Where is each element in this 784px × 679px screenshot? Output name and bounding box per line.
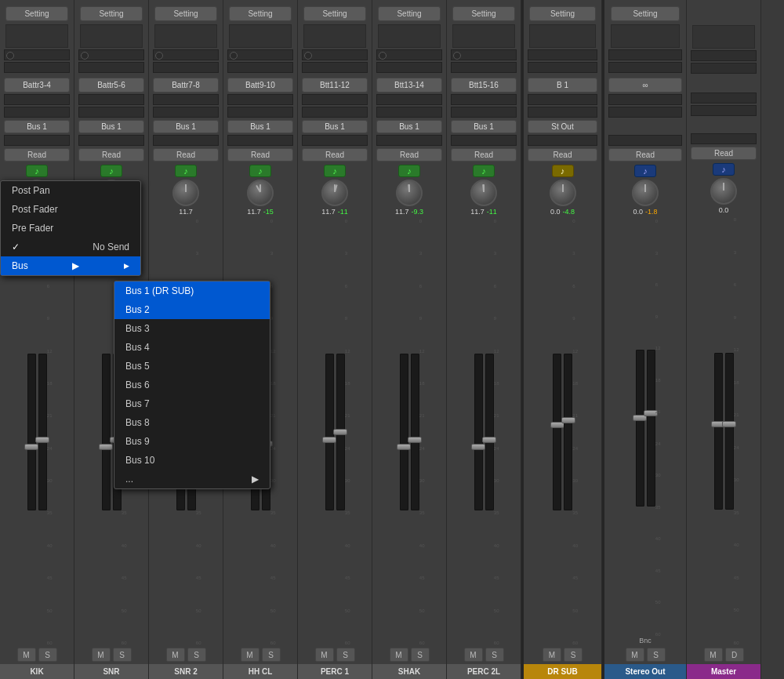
- mute-button-shak[interactable]: M: [390, 648, 408, 662]
- pan-knob[interactable]: [172, 180, 199, 206]
- bus-1-option[interactable]: Bus 1 (DR SUB): [114, 281, 270, 300]
- bus-8-option[interactable]: Bus 8: [114, 413, 270, 432]
- fader-left-perc1[interactable]: [325, 354, 334, 510]
- bus-9-option[interactable]: Bus 9: [114, 432, 270, 451]
- mute-button-stereoout[interactable]: M: [626, 648, 644, 662]
- pan-knob[interactable]: [632, 180, 659, 206]
- solo-button-snr[interactable]: S: [113, 648, 132, 662]
- solo-button-stereoout[interactable]: S: [647, 648, 666, 662]
- music-button-hhcl[interactable]: ♪: [249, 165, 271, 177]
- fader-left-shak[interactable]: [400, 354, 408, 510]
- channel-name-snr2[interactable]: Battr7-8: [153, 78, 220, 93]
- setting-button-snr2[interactable]: Setting: [154, 6, 217, 21]
- fader-right-shak[interactable]: [411, 354, 419, 510]
- setting-button-perc2l[interactable]: Setting: [452, 6, 515, 21]
- pan-knob[interactable]: [396, 180, 423, 206]
- bus-option[interactable]: Bus ▶: [1, 256, 140, 275]
- post-pan-option[interactable]: Post Pan: [1, 181, 140, 200]
- fader-right-kik[interactable]: [38, 354, 47, 510]
- fader-thumb[interactable]: [722, 421, 736, 427]
- solo-button-master[interactable]: D: [725, 648, 744, 662]
- music-button-kik[interactable]: ♪: [26, 165, 48, 177]
- fader-thumb[interactable]: [99, 444, 113, 450]
- mute-button-hhcl[interactable]: M: [241, 648, 260, 662]
- pan-knob[interactable]: [710, 178, 737, 205]
- solo-button-perc1[interactable]: S: [336, 648, 355, 662]
- music-button-perc2l[interactable]: ♪: [473, 165, 495, 177]
- solo-button-shak[interactable]: S: [411, 648, 430, 662]
- post-fader-option[interactable]: Post Fader: [1, 200, 140, 219]
- bus-label-perc2l[interactable]: Bus 1: [451, 120, 517, 133]
- fader-right-drsub[interactable]: [564, 354, 572, 510]
- fader-left-snr[interactable]: [102, 354, 111, 510]
- pan-knob[interactable]: [247, 180, 274, 206]
- fader-thumb[interactable]: [24, 444, 38, 450]
- music-button-snr[interactable]: ♪: [100, 165, 122, 177]
- read-label-perc1[interactable]: Read: [302, 148, 368, 162]
- bus-label-perc1[interactable]: Bus 1: [302, 120, 368, 133]
- read-label-snr2[interactable]: Read: [153, 148, 220, 162]
- setting-button-hhcl[interactable]: Setting: [229, 6, 292, 21]
- music-button-drsub[interactable]: ♪: [552, 165, 574, 177]
- fader-right-perc1[interactable]: [336, 354, 345, 510]
- music-button-perc1[interactable]: ♪: [324, 165, 346, 177]
- channel-name-snr[interactable]: Battr5-6: [78, 78, 145, 93]
- setting-button-stereoout[interactable]: Setting: [611, 6, 680, 21]
- read-label-drsub[interactable]: Read: [528, 148, 597, 162]
- bus-10-option[interactable]: Bus 10: [114, 451, 270, 470]
- mute-button-drsub[interactable]: M: [543, 648, 561, 662]
- bus-7-option[interactable]: Bus 7: [114, 394, 270, 413]
- bus-label-drsub[interactable]: St Out: [528, 120, 597, 133]
- read-label-master[interactable]: Read: [691, 147, 757, 160]
- solo-button-hhcl[interactable]: S: [262, 648, 281, 662]
- music-button-snr2[interactable]: ♪: [175, 165, 197, 177]
- fader-thumb[interactable]: [397, 444, 411, 450]
- bus-6-option[interactable]: Bus 6: [114, 376, 270, 394]
- bus-5-option[interactable]: Bus 5: [114, 357, 270, 376]
- fader-left-drsub[interactable]: [553, 354, 561, 510]
- fader-thumb[interactable]: [333, 429, 347, 435]
- solo-button-drsub[interactable]: S: [564, 648, 583, 662]
- setting-button-kik[interactable]: Setting: [5, 6, 68, 21]
- music-button-stereoout[interactable]: ♪: [634, 165, 656, 177]
- bus-label-shak[interactable]: Bus 1: [376, 120, 443, 133]
- no-send-option[interactable]: No Send: [1, 238, 140, 256]
- fader-right-master[interactable]: [725, 353, 734, 510]
- bus-2-option[interactable]: Bus 2: [114, 300, 270, 319]
- fader-thumb[interactable]: [482, 437, 496, 443]
- fader-right-perc2l[interactable]: [485, 354, 494, 510]
- mute-button-perc2l[interactable]: M: [464, 648, 483, 662]
- fader-thumb[interactable]: [471, 444, 485, 450]
- fader-thumb[interactable]: [322, 437, 336, 443]
- mute-button-kik[interactable]: M: [17, 648, 36, 662]
- fader-thumb[interactable]: [35, 437, 49, 443]
- music-button-master[interactable]: ♪: [713, 163, 735, 176]
- fader-thumb[interactable]: [408, 437, 422, 443]
- pre-fader-option[interactable]: Pre Fader: [1, 219, 140, 238]
- fader-thumb[interactable]: [644, 410, 658, 416]
- mute-button-master[interactable]: M: [704, 648, 723, 662]
- channel-name-shak[interactable]: Btt13-14: [376, 78, 443, 93]
- solo-button-kik[interactable]: S: [38, 648, 57, 662]
- channel-name-hhcl[interactable]: Batt9-10: [227, 78, 294, 93]
- mute-button-perc1[interactable]: M: [315, 648, 334, 662]
- fader-thumb[interactable]: [561, 417, 575, 423]
- pan-knob[interactable]: [550, 180, 576, 206]
- fader-right-stereoout[interactable]: [647, 350, 655, 507]
- solo-button-snr2[interactable]: S: [187, 648, 206, 662]
- channel-name-perc2l[interactable]: Btt15-16: [451, 78, 517, 93]
- channel-name-stereoout[interactable]: ∞: [608, 78, 682, 93]
- fader-left-perc2l[interactable]: [474, 354, 483, 510]
- read-label-stereoout[interactable]: Read: [608, 148, 682, 162]
- fader-left-stereoout[interactable]: [636, 350, 644, 507]
- bus-label-snr[interactable]: Bus 1: [78, 120, 145, 133]
- read-label-hhcl[interactable]: Read: [227, 148, 294, 162]
- read-label-perc2l[interactable]: Read: [451, 148, 517, 162]
- mute-button-snr2[interactable]: M: [166, 648, 185, 662]
- music-button-shak[interactable]: ♪: [398, 165, 420, 177]
- solo-button-perc2l[interactable]: S: [485, 648, 504, 662]
- channel-name-kik[interactable]: Battr3-4: [4, 78, 71, 93]
- channel-name-perc1[interactable]: Btt11-12: [302, 78, 368, 93]
- read-label-shak[interactable]: Read: [376, 148, 443, 162]
- bus-label-snr2[interactable]: Bus 1: [153, 120, 220, 133]
